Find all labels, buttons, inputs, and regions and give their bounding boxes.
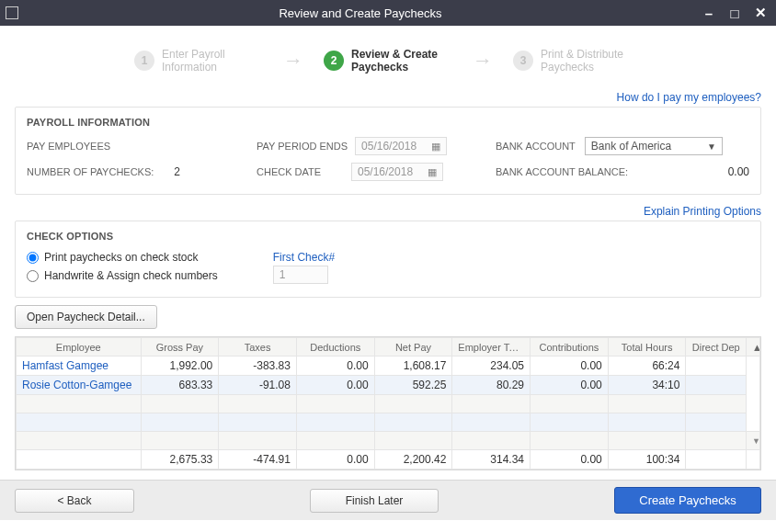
col-emp-tax[interactable]: Employer Taxes <box>452 338 531 357</box>
step-label: Review & Create Paychecks <box>351 48 452 74</box>
check-options-panel: CHECK OPTIONS Print paychecks on check s… <box>15 221 761 298</box>
window-title: Review and Create Paychecks <box>18 6 702 20</box>
col-gross[interactable]: Gross Pay <box>141 338 219 357</box>
step-number-icon: 2 <box>324 51 344 71</box>
employee-name[interactable]: Hamfast Gamgee <box>17 357 142 376</box>
total-taxes: -474.91 <box>219 450 297 470</box>
step-number-icon: 3 <box>513 51 533 71</box>
section-header: CHECK OPTIONS <box>27 231 749 242</box>
employee-name[interactable]: Rosie Cotton-Gamgee <box>17 376 142 395</box>
check-date-label: CHECK DATE <box>257 166 344 177</box>
footer-bar: < Back Finish Later Create Paychecks <box>0 480 776 520</box>
bank-account-label: BANK ACCOUNT <box>496 141 576 152</box>
table-row-empty <box>17 413 760 432</box>
cell-gross: 1,992.00 <box>141 357 219 376</box>
cell-deductions: 0.00 <box>296 357 374 376</box>
cell-deductions: 0.00 <box>296 376 374 395</box>
step-review-create: 2 Review & Create Paychecks <box>324 48 452 74</box>
help-pay-employees-link[interactable]: How do I pay my employees? <box>617 91 761 104</box>
table-row-empty: ▼ <box>17 432 760 450</box>
table-header-row: Employee Gross Pay Taxes Deductions Net … <box>17 338 760 357</box>
cell-emp-tax: 80.29 <box>452 376 531 395</box>
step-label: Enter Payroll Information <box>162 48 263 74</box>
cell-dd <box>686 357 747 376</box>
col-dd[interactable]: Direct Dep <box>686 338 747 357</box>
titlebar: Review and Create Paychecks – □ ✕ <box>0 0 776 26</box>
check-date-field[interactable]: 05/16/2018 ▦ <box>351 163 443 181</box>
back-button[interactable]: < Back <box>15 489 134 513</box>
scroll-up-icon[interactable]: ▲ <box>747 338 760 357</box>
window-menu-icon[interactable] <box>6 6 18 19</box>
cell-emp-tax: 234.05 <box>452 357 531 376</box>
total-hours: 100:34 <box>608 450 686 470</box>
table-row-empty <box>17 395 760 413</box>
radio-print-stock[interactable]: Print paychecks on check stock <box>27 251 218 264</box>
finish-later-button[interactable]: Finish Later <box>310 489 439 513</box>
dropdown-value: Bank of America <box>591 140 671 153</box>
cell-hours: 34:10 <box>608 376 686 395</box>
payroll-info-panel: PAYROLL INFORMATION PAY EMPLOYEES PAY PE… <box>15 107 761 195</box>
create-paychecks-button[interactable]: Create Paychecks <box>614 487 761 514</box>
section-header: PAYROLL INFORMATION <box>27 117 749 128</box>
scroll-down-icon[interactable]: ▼ <box>747 432 760 450</box>
total-contrib: 0.00 <box>531 450 609 470</box>
arrow-right-icon: → <box>473 49 493 73</box>
radio-handwrite[interactable]: Handwrite & Assign check numbers <box>27 269 218 282</box>
first-check-label: First Check# <box>273 251 335 264</box>
bank-account-dropdown[interactable]: Bank of America ▼ <box>585 137 723 155</box>
wizard-stepper: 1 Enter Payroll Information → 2 Review &… <box>15 48 761 74</box>
bank-balance-label: BANK ACCOUNT BALANCE: <box>496 166 628 177</box>
col-deductions[interactable]: Deductions <box>296 338 374 357</box>
col-employee[interactable]: Employee <box>17 338 142 357</box>
step-number-icon: 1 <box>134 51 154 71</box>
calendar-icon[interactable]: ▦ <box>431 141 440 153</box>
first-check-input[interactable]: 1 <box>273 266 328 284</box>
total-gross: 2,675.33 <box>141 450 219 470</box>
step-label: Print & Distribute Paychecks <box>541 48 642 74</box>
total-net: 2,200.42 <box>374 450 452 470</box>
date-value: 05/16/2018 <box>358 165 413 178</box>
explain-printing-link[interactable]: Explain Printing Options <box>644 205 761 218</box>
arrow-right-icon: → <box>283 49 303 73</box>
radio-label: Print paychecks on check stock <box>44 251 198 264</box>
radio-label: Handwrite & Assign check numbers <box>44 269 218 282</box>
col-hours[interactable]: Total Hours <box>608 338 686 357</box>
num-paychecks-label: NUMBER OF PAYCHECKS: <box>27 166 154 177</box>
pay-employees-label: PAY EMPLOYEES <box>27 141 238 152</box>
minimize-button[interactable]: – <box>702 6 715 19</box>
cell-contrib: 0.00 <box>531 376 609 395</box>
step-print-distribute: 3 Print & Distribute Paychecks <box>513 48 642 74</box>
table-row[interactable]: Rosie Cotton-Gamgee 683.33 -91.08 0.00 5… <box>17 376 760 395</box>
cell-gross: 683.33 <box>141 376 219 395</box>
cell-net: 592.25 <box>374 376 452 395</box>
col-taxes[interactable]: Taxes <box>219 338 297 357</box>
col-contrib[interactable]: Contributions <box>531 338 609 357</box>
cell-dd <box>686 376 747 395</box>
cell-net: 1,608.17 <box>374 357 452 376</box>
bank-balance-value: 0.00 <box>728 165 749 178</box>
step-enter-payroll: 1 Enter Payroll Information <box>134 48 263 74</box>
paycheck-table: Employee Gross Pay Taxes Deductions Net … <box>15 336 761 470</box>
date-value: 05/16/2018 <box>361 140 417 153</box>
cell-hours: 66:24 <box>608 357 686 376</box>
table-row[interactable]: Hamfast Gamgee 1,992.00 -383.83 0.00 1,6… <box>17 357 760 376</box>
radio-input[interactable] <box>27 270 39 282</box>
open-paycheck-detail-button[interactable]: Open Paycheck Detail... <box>15 305 157 329</box>
cell-taxes: -91.08 <box>219 376 297 395</box>
chevron-down-icon: ▼ <box>707 141 716 152</box>
cell-contrib: 0.00 <box>531 357 609 376</box>
total-emp-tax: 314.34 <box>452 450 531 470</box>
totals-row: 2,675.33 -474.91 0.00 2,200.42 314.34 0.… <box>17 450 760 470</box>
total-deductions: 0.00 <box>296 450 374 470</box>
close-button[interactable]: ✕ <box>754 6 767 19</box>
scrollbar-track[interactable] <box>747 357 760 432</box>
pay-period-ends-field[interactable]: 05/16/2018 ▦ <box>355 137 447 155</box>
num-paychecks-value: 2 <box>174 165 180 178</box>
calendar-icon[interactable]: ▦ <box>428 166 437 178</box>
radio-input[interactable] <box>27 252 39 264</box>
col-net[interactable]: Net Pay <box>374 338 452 357</box>
pay-period-ends-label: PAY PERIOD ENDS <box>257 141 348 152</box>
maximize-button[interactable]: □ <box>728 6 741 19</box>
cell-taxes: -383.83 <box>219 357 297 376</box>
